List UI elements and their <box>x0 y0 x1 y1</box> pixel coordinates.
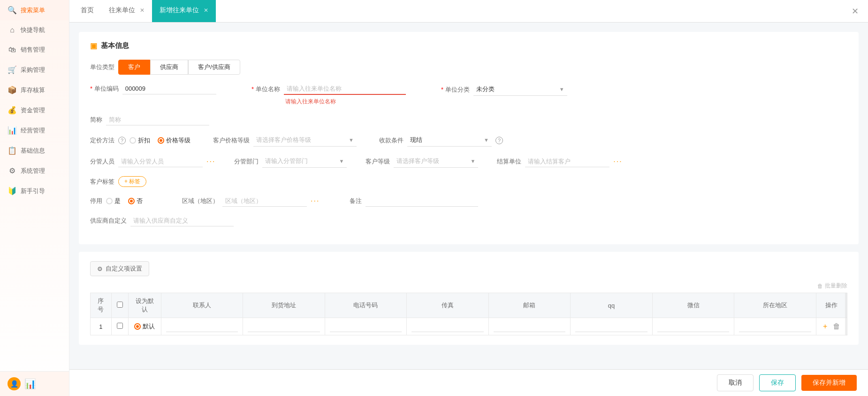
unit-category-select[interactable]: 未分类 ▼ <box>473 83 567 96</box>
disabled-radio-group: 是 否 <box>106 197 143 205</box>
pricing-discount-option[interactable]: 折扣 <box>129 136 150 145</box>
payment-terms-select[interactable]: 现结 ▼ <box>407 134 492 147</box>
unit-name-input[interactable] <box>284 83 406 95</box>
unit-type-customer-button[interactable]: 客户 <box>118 60 150 75</box>
row-wechat-input[interactable] <box>657 321 730 332</box>
sidebar-item-system[interactable]: ⚙ 系统管理 <box>0 161 69 181</box>
short-name-field: 简称 <box>90 114 240 125</box>
sidebar-item-search[interactable]: 🔍 搜索菜单 <box>0 0 69 20</box>
pricing-method-help-icon[interactable]: ? <box>118 137 126 144</box>
unit-name-error: 请输入往来单位名称 <box>285 98 336 106</box>
customer-price-level-select[interactable]: 请选择客户价格等级 ▼ <box>253 134 357 147</box>
sidebar-item-purchase[interactable]: 🛒 采购管理 <box>0 60 69 80</box>
remark-input[interactable] <box>365 195 478 207</box>
pricing-discount-radio[interactable] <box>129 137 136 144</box>
manager-more-button[interactable]: ··· <box>206 157 215 166</box>
save-and-new-button[interactable]: 保存并新增 <box>801 375 857 391</box>
tags-row: 客户标签 + 标签 <box>90 176 847 187</box>
custom-settings-button[interactable]: ⚙ 自定义项设置 <box>90 261 149 276</box>
row-delivery-input[interactable] <box>248 321 320 332</box>
tab-new-contact[interactable]: 新增往来单位 ✕ <box>152 0 216 22</box>
payment-terms-help-icon[interactable]: ? <box>495 137 503 144</box>
unit-category-label: 单位分类 <box>441 85 470 94</box>
pricing-level-radio[interactable] <box>158 137 164 144</box>
row-phone-input[interactable] <box>330 321 402 332</box>
tab-new-contact-close[interactable]: ✕ <box>204 7 208 14</box>
remark-label: 备注 <box>350 197 362 205</box>
tab-home[interactable]: 首页 <box>73 0 101 22</box>
payment-terms-field: 收款条件 现结 ▼ ? <box>379 134 503 147</box>
user-avatar[interactable]: 👤 <box>8 377 21 390</box>
col-contact: 联系人 <box>161 293 243 318</box>
disabled-no-radio[interactable] <box>128 198 135 204</box>
manager-row: 分管人员 ··· 分管部门 请输入分管部门 ▼ 客户等级 请选择客户等级 ▼ <box>90 155 847 168</box>
col-qq: qq <box>571 293 653 318</box>
row-checkbox[interactable] <box>117 323 123 329</box>
add-tag-button[interactable]: + 标签 <box>118 176 146 187</box>
disabled-yes-option[interactable]: 是 <box>106 197 121 205</box>
row-default-radio-item[interactable]: 默认 <box>133 322 156 331</box>
row-phone[interactable] <box>325 318 407 335</box>
sidebar-item-operations[interactable]: 📊 经营管理 <box>0 120 69 140</box>
sidebar-item-inventory[interactable]: 📦 库存核算 <box>0 80 69 100</box>
region-more-button[interactable]: ··· <box>311 197 320 205</box>
unit-name-field: 单位名称 请输入往来单位名称 <box>251 83 430 106</box>
row-email[interactable] <box>488 318 571 335</box>
row-add-button[interactable]: + <box>821 322 829 331</box>
batch-delete-icon: 🗑 <box>817 283 823 289</box>
row-wechat[interactable] <box>652 318 734 335</box>
batch-delete-button[interactable]: 🗑 批量删除 <box>90 282 847 290</box>
remark-field: 备注 <box>350 195 478 207</box>
sidebar-item-quicknav[interactable]: ⌂ 快捷导航 <box>0 20 69 40</box>
unit-code-input[interactable] <box>122 83 216 94</box>
sidebar-item-newguide[interactable]: 🔰 新手引导 <box>0 181 69 201</box>
unit-category-field: 单位分类 未分类 ▼ <box>441 83 582 96</box>
customer-price-level-arrow-icon: ▼ <box>349 137 354 143</box>
unit-type-both-button[interactable]: 客户/供应商 <box>188 60 240 75</box>
pricing-method-field: 定价方法 ? 折扣 价格等级 <box>90 136 190 145</box>
row-area[interactable] <box>734 318 816 335</box>
customer-level-arrow-icon: ▼ <box>470 158 475 164</box>
tab-contacts-close[interactable]: ✕ <box>140 7 145 14</box>
row-contact-input[interactable] <box>166 321 238 332</box>
row-default-radio[interactable] <box>134 323 141 330</box>
row-fax-input[interactable] <box>411 321 484 332</box>
manager-input[interactable] <box>118 156 203 167</box>
tab-contacts[interactable]: 往来单位 ✕ <box>101 0 152 22</box>
unit-name-label: 单位名称 <box>251 85 280 93</box>
row-fax[interactable] <box>407 318 489 335</box>
gear-icon: ⚙ <box>97 265 103 272</box>
row-delivery-address[interactable] <box>243 318 325 335</box>
customer-level-select[interactable]: 请选择客户等级 ▼ <box>394 155 478 168</box>
cancel-button[interactable]: 取消 <box>717 374 754 391</box>
department-placeholder: 请输入分管部门 <box>265 157 337 165</box>
row-contact[interactable] <box>161 318 243 335</box>
sidebar-item-sales[interactable]: 🛍 销售管理 <box>0 40 69 60</box>
pricing-level-option[interactable]: 价格等级 <box>158 136 190 145</box>
region-input[interactable] <box>222 195 307 207</box>
row-email-input[interactable] <box>494 321 566 332</box>
disabled-no-option[interactable]: 否 <box>128 197 143 205</box>
disabled-yes-radio[interactable] <box>106 198 113 204</box>
department-label: 分管部门 <box>234 157 259 166</box>
row-area-input[interactable] <box>739 321 811 332</box>
sidebar-item-finance[interactable]: 💰 资金管理 <box>0 100 69 120</box>
settlement-unit-input[interactable] <box>525 156 609 167</box>
supplier-custom-input[interactable] <box>130 215 234 226</box>
save-button[interactable]: 保存 <box>759 374 796 391</box>
section-title: ▣ 基本信息 <box>90 41 847 50</box>
row-qq-input[interactable] <box>575 321 647 332</box>
payment-terms-value: 现结 <box>410 136 482 144</box>
close-all-tabs-button[interactable]: ✕ <box>846 6 864 16</box>
sidebar-item-basic[interactable]: 📋 基础信息 <box>0 140 69 161</box>
row-delete-button[interactable]: 🗑 <box>831 322 842 331</box>
settlement-unit-more-button[interactable]: ··· <box>613 157 622 166</box>
customer-level-placeholder: 请选择客户等级 <box>396 157 468 165</box>
supplier-custom-row: 供应商自定义 <box>90 215 847 226</box>
select-all-checkbox[interactable] <box>117 302 123 308</box>
department-select[interactable]: 请输入分管部门 ▼ <box>262 155 347 168</box>
short-name-row: 简称 <box>90 114 847 125</box>
short-name-input[interactable] <box>106 114 209 125</box>
row-qq[interactable] <box>571 318 653 335</box>
unit-type-supplier-button[interactable]: 供应商 <box>150 60 188 75</box>
